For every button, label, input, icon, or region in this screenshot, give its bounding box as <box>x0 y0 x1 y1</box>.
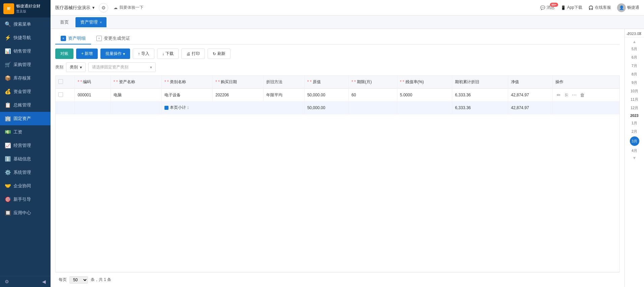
timeline-month-5[interactable]: 5月 <box>625 45 644 53</box>
subtotal-row: 本页小计： 50,000.00 6,333.36 42,874.97 <box>56 102 619 114</box>
ledger-icon: 📋 <box>5 102 11 108</box>
tab-asset-mgmt[interactable]: 资产管理 × <box>75 17 106 27</box>
td-accumulated: 6,333.36 <box>452 89 508 102</box>
timeline-down-arrow[interactable]: ▼ <box>633 155 637 161</box>
sidebar-item-quick-nav[interactable]: ⚡ 快捷导航 <box>0 31 51 44</box>
sidebar-item-guide[interactable]: 🎯 新手引导 <box>0 193 51 206</box>
td-residual-rate: 5.0000 <box>397 89 452 102</box>
select-all-checkbox[interactable] <box>58 79 63 84</box>
subtotal-empty-6 <box>552 102 619 114</box>
sidebar-item-enterprise[interactable]: 🤝 企业协同 <box>0 179 51 193</box>
timeline-month-2[interactable]: 2月 <box>625 127 644 136</box>
th-purchase-date: * 购买日期 <box>213 76 264 89</box>
timeline-month-12[interactable]: 12月 <box>625 104 644 112</box>
sidebar-item-inventory[interactable]: 📦 库存核算 <box>0 71 51 85</box>
sidebar-item-app-center[interactable]: 🔲 应用中心 <box>0 206 51 220</box>
timeline-month-10[interactable]: 10月 <box>625 87 644 95</box>
tab-home[interactable]: 首页 <box>55 17 73 27</box>
delete-icon[interactable]: 🗑 <box>579 92 586 98</box>
settings-gear-button[interactable]: ⚙ <box>99 3 108 12</box>
funds-icon: 💰 <box>5 89 11 95</box>
category-input-dropdown-icon: ▾ <box>150 65 152 70</box>
sidebar-item-ops[interactable]: 📈 经营管理 <box>0 139 51 152</box>
sidebar: 财 畅捷通好业财 普及版 🔍 搜索菜单 ⚡ 快捷导航 📊 销售管理 🛒 采购管理… <box>0 0 51 287</box>
sidebar-item-label-ledger: 总账管理 <box>13 102 31 108</box>
table-row: 000001 电脑 电子设备 202206 年限平均 50,000.00 60 … <box>56 89 619 102</box>
category-select-label: 类别 <box>70 64 78 70</box>
timeline-month-4[interactable]: 4月 <box>625 147 644 155</box>
asset-table-container: * 编码 * 资产名称 * 类别名称 * 购买日期 折旧方法 * 原值 * 期限… <box>55 75 620 272</box>
refresh-button[interactable]: ↻ 刷新 <box>208 49 231 59</box>
per-page-select[interactable]: 50 100 <box>69 276 88 284</box>
timeline-month-9[interactable]: 9月 <box>625 78 644 87</box>
enterprise-icon: 🤝 <box>5 183 11 189</box>
batch-ops-button[interactable]: 批量操作 ▾ <box>100 49 130 59</box>
experience-label: 我要体验一下 <box>119 5 144 10</box>
row-checkbox[interactable] <box>58 92 63 97</box>
sidebar-item-sales[interactable]: 📊 销售管理 <box>0 44 51 58</box>
timeline-month-1[interactable]: 1月 <box>625 119 644 127</box>
topbar: 医疗器械行业演示 ▾ ⚙ ☁ 我要体验一下 💬 消息 99+ 📱 App下载 🎧… <box>51 0 644 15</box>
subtotal-empty-5 <box>397 102 452 114</box>
edit-icon[interactable]: ✏ <box>555 92 562 98</box>
timeline-month-7[interactable]: 7月 <box>625 62 644 70</box>
td-name: 电脑 <box>111 89 161 102</box>
new-button[interactable]: + 新增 <box>76 49 98 59</box>
message-button[interactable]: 💬 消息 99+ <box>540 5 555 10</box>
timeline-close-icon[interactable]: ✕ <box>638 31 642 36</box>
timeline-month-11[interactable]: 11月 <box>625 95 644 104</box>
sidebar-collapse-icon[interactable]: ◀ <box>42 279 46 284</box>
sidebar-item-purchase[interactable]: 🛒 采购管理 <box>0 58 51 71</box>
user-menu[interactable]: 👤 畅捷通 <box>617 3 639 12</box>
category-select[interactable]: 类别 ▾ <box>66 62 86 72</box>
sidebar-settings-icon[interactable]: ⚙ <box>5 279 9 284</box>
timeline-curr-year: 2023 <box>625 112 644 119</box>
timeline-month-6[interactable]: 6月 <box>625 53 644 62</box>
sidebar-item-system[interactable]: ⚙️ 系统管理 <box>0 166 51 179</box>
timeline-up-arrow[interactable]: ▲ <box>633 39 637 45</box>
category-input[interactable]: 请选择固定资产类别 ▾ <box>88 62 156 72</box>
company-selector[interactable]: 医疗器械行业演示 ▾ <box>55 5 95 11</box>
download-button[interactable]: ↓ 下载 <box>157 49 179 59</box>
sidebar-item-label-search: 搜索菜单 <box>13 21 31 27</box>
timeline-month-3-current[interactable]: 3月 <box>630 136 639 146</box>
content-main: ≡ 资产明细 ≡ 变更生成凭证 对账 + 新增 批量操作 ▾ <box>51 29 624 287</box>
sidebar-item-fixed-assets[interactable]: 🏢 固定资产 <box>0 112 51 125</box>
print-button[interactable]: 🖨 打印 <box>181 49 205 59</box>
ops-icon: 📈 <box>5 142 11 149</box>
timeline-expand-icon[interactable]: ⤢ <box>626 31 630 36</box>
more-icon[interactable]: ⋯ <box>571 92 578 98</box>
online-service-button[interactable]: 🎧 在线客服 <box>588 5 611 10</box>
subtotal-label-cell: 本页小计： <box>162 102 305 114</box>
experience-button[interactable]: ☁ 我要体验一下 <box>114 5 144 10</box>
online-service-label: 在线客服 <box>595 5 611 10</box>
sub-tab-asset-detail[interactable]: ≡ 资产明细 <box>55 33 91 44</box>
gear-icon: ⚙ <box>101 5 106 10</box>
sidebar-item-label-guide: 新手引导 <box>13 196 31 202</box>
sidebar-item-funds[interactable]: 💰 资金管理 <box>0 85 51 98</box>
td-operations: ✏ ⎘ ⋯ 🗑 <box>552 89 619 102</box>
fixed-assets-icon: 🏢 <box>5 116 11 122</box>
refresh-icon: ↻ <box>213 52 216 56</box>
import-button[interactable]: ↑ 导入 <box>133 49 154 59</box>
sidebar-item-search[interactable]: 🔍 搜索菜单 <box>0 18 51 31</box>
th-residual-rate: * 残值率(%) <box>397 76 452 89</box>
batch-ops-label: 批量操作 <box>105 51 122 57</box>
tab-close-icon[interactable]: × <box>100 20 102 24</box>
sidebar-item-payroll[interactable]: 💵 工资 <box>0 125 51 139</box>
inventory-icon: 📦 <box>5 75 11 81</box>
sidebar-item-label-purchase: 采购管理 <box>13 62 31 68</box>
reconcile-button[interactable]: 对账 <box>55 49 73 59</box>
sub-tab-change-voucher[interactable]: ≡ 变更生成凭证 <box>91 33 135 44</box>
sidebar-item-ledger[interactable]: 📋 总账管理 <box>0 98 51 112</box>
sidebar-bottom: ⚙ ◀ <box>0 276 51 287</box>
toolbar: 对账 + 新增 批量操作 ▾ ↑ 导入 ↓ 下载 🖨 <box>55 49 620 59</box>
sidebar-item-base-info[interactable]: ℹ️ 基础信息 <box>0 152 51 166</box>
td-period: 60 <box>349 89 397 102</box>
timeline-month-8[interactable]: 8月 <box>625 70 644 78</box>
app-download-button[interactable]: 📱 App下载 <box>561 5 582 10</box>
print-label: 打印 <box>192 51 200 57</box>
copy-icon[interactable]: ⎘ <box>563 92 570 98</box>
subtotal-empty-3 <box>111 102 161 114</box>
sidebar-nav: 🔍 搜索菜单 ⚡ 快捷导航 📊 销售管理 🛒 采购管理 📦 库存核算 💰 资金管… <box>0 18 51 276</box>
